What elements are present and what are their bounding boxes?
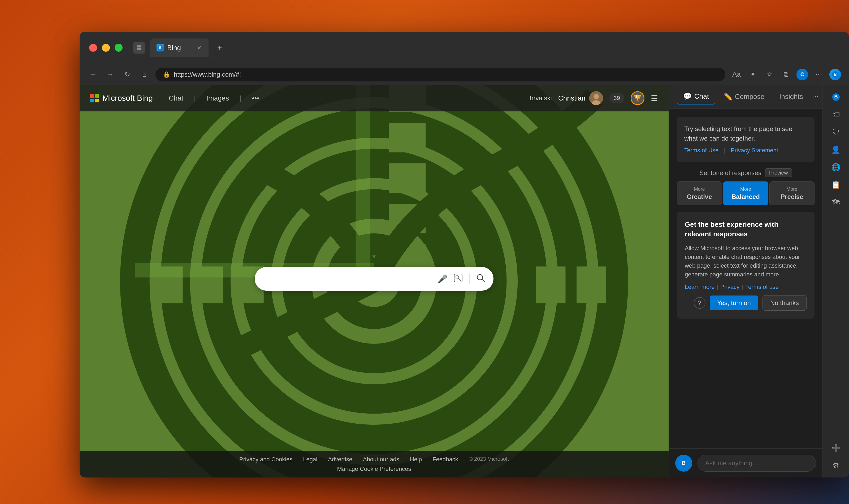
bing-nav-more[interactable]: ••• — [252, 94, 259, 102]
tab-close-button[interactable]: ✕ — [196, 44, 202, 51]
user-info: Christian — [558, 91, 603, 105]
notes-sidebar-icon[interactable]: 📋 — [829, 178, 843, 192]
minimize-button[interactable] — [102, 44, 110, 52]
footer-legal[interactable]: Legal — [303, 456, 317, 463]
user-name: Christian — [558, 94, 585, 102]
tone-balanced-sub: More — [740, 186, 751, 192]
chat-input-field[interactable]: Ask me anything... — [698, 455, 816, 472]
footer-help[interactable]: Help — [410, 456, 422, 463]
sidebar-more-options[interactable]: ⋯ — [810, 91, 821, 103]
add-sidebar-icon[interactable]: ➕ — [829, 441, 843, 455]
link-separator: | — [724, 146, 726, 155]
map-sidebar-icon[interactable]: 🗺 — [829, 195, 843, 209]
favorites-sidebar-icon[interactable]: 🏷 — [829, 108, 843, 122]
permission-description: Allow Microsoft to access your browser w… — [685, 244, 807, 279]
bing-header-right: hrvatski Christian 39 🏆 ☰ — [530, 91, 658, 105]
chat-input-placeholder: Ask me anything... — [705, 460, 757, 467]
settings-icon[interactable]: ⋯ — [813, 69, 825, 80]
reader-view-icon[interactable]: Aa — [731, 69, 742, 80]
title-bar: B Bing ✕ + — [79, 32, 849, 64]
address-field[interactable]: 🔒 https://www.bing.com/#! — [156, 68, 725, 82]
lock-icon: 🔒 — [163, 71, 170, 78]
footer-manage-cookies[interactable]: Manage Cookie Preferences — [337, 466, 411, 472]
tone-balanced-button[interactable]: More Balanced — [723, 181, 768, 205]
extensions-icon[interactable]: ✦ — [747, 69, 759, 80]
sidebar-tab-chat[interactable]: 💬 Chat — [677, 89, 715, 105]
info-message-text: Try selecting text from the page to see … — [684, 125, 792, 142]
tone-label-text: Set tone of responses — [699, 169, 761, 177]
collections-sidebar-icon[interactable]: 🌐 — [829, 160, 843, 174]
help-icon-button[interactable]: ? — [694, 297, 705, 309]
rewards-icon[interactable]: 🏆 — [631, 91, 645, 105]
back-button[interactable]: ← — [88, 69, 99, 80]
tone-creative-button[interactable]: More Creative — [677, 181, 722, 205]
browser-tab[interactable]: B Bing ✕ — [150, 38, 209, 57]
collections-icon[interactable]: ⧉ — [780, 69, 792, 80]
sidebar-content: Try selecting text from the page to see … — [669, 109, 823, 448]
user-avatar[interactable] — [589, 91, 603, 105]
tone-creative-sub: More — [694, 186, 705, 192]
right-sidebar: B 🏷 🛡 👤 🌐 📋 🗺 ➕ ⚙ — [823, 85, 849, 478]
maximize-button[interactable] — [115, 44, 123, 52]
privacy-link[interactable]: Privacy — [720, 284, 739, 290]
tone-balanced-main: Balanced — [731, 193, 760, 200]
perm-sep2: | — [742, 284, 743, 290]
microsoft-logo — [90, 94, 99, 102]
permission-links: Learn more | Privacy | Terms of use — [685, 284, 807, 290]
language-label[interactable]: hrvatski — [530, 94, 552, 102]
home-button[interactable]: ⌂ — [139, 69, 150, 80]
permission-actions: ? Yes, turn on No thanks — [685, 295, 807, 311]
tone-label: Set tone of responses Preview — [699, 168, 792, 177]
settings-sidebar-icon[interactable]: ⚙ — [829, 458, 843, 472]
profile-avatar[interactable]: C — [796, 69, 808, 80]
tone-creative-main: Creative — [687, 193, 712, 200]
yes-turn-on-button[interactable]: Yes, turn on — [710, 295, 758, 310]
svg-text:B: B — [159, 46, 162, 50]
hamburger-menu[interactable]: ☰ — [651, 94, 658, 103]
chat-input-area: B Ask me anything... — [669, 448, 823, 478]
sidebar-tab-insights[interactable]: Insights — [773, 89, 810, 105]
bing-page: Microsoft Bing Chat | Images | ••• hrvat… — [79, 85, 669, 478]
refresh-button[interactable]: ↻ — [122, 69, 133, 80]
tone-precise-main: Precise — [780, 193, 803, 200]
tone-precise-button[interactable]: More Precise — [770, 181, 814, 205]
no-thanks-button[interactable]: No thanks — [762, 295, 807, 311]
profile-sidebar-icon[interactable]: 👤 — [829, 143, 843, 157]
main-content-area: Microsoft Bing Chat | Images | ••• hrvat… — [79, 85, 849, 478]
image-search-icon[interactable] — [454, 273, 463, 284]
footer-copyright: © 2023 Microsoft — [469, 456, 509, 463]
privacy-statement-link[interactable]: Privacy Statement — [731, 146, 778, 155]
footer-privacy-cookies[interactable]: Privacy and Cookies — [239, 456, 293, 463]
bing-nav: Chat | Images | ••• — [169, 94, 259, 102]
history-sidebar-icon[interactable]: 🛡 — [829, 125, 843, 139]
search-input[interactable] — [263, 274, 437, 283]
bing-sidebar-toggle[interactable]: B — [829, 69, 841, 80]
terms-of-use-link2[interactable]: Terms of use — [745, 284, 779, 290]
bing-nav-images[interactable]: Images — [206, 94, 229, 102]
bing-nav-chat[interactable]: Chat — [169, 94, 183, 102]
sidebar-header: 💬 Chat ✏️ Compose Insights ⋯ ✕ — [669, 85, 823, 109]
forward-button[interactable]: → — [105, 69, 116, 80]
footer-advertise[interactable]: Advertise — [328, 456, 353, 463]
favorites-icon[interactable]: ☆ — [763, 69, 775, 80]
ms-logo-yellow — [95, 99, 99, 102]
url-text: https://www.bing.com/#! — [174, 71, 718, 78]
new-tab-button[interactable]: + — [214, 42, 225, 54]
microphone-icon[interactable]: 🎤 — [437, 274, 447, 284]
terms-of-use-link[interactable]: Terms of Use — [684, 146, 719, 155]
learn-more-link[interactable]: Learn more — [685, 284, 715, 290]
bing-icon[interactable]: B — [829, 90, 843, 104]
chat-tab-icon: 💬 — [683, 92, 692, 101]
footer-links: Privacy and Cookies Legal Advertise Abou… — [239, 456, 509, 463]
search-button[interactable] — [476, 273, 486, 285]
permission-title: Get the best experience with relevant re… — [685, 220, 807, 239]
footer-about-ads[interactable]: About our ads — [363, 456, 399, 463]
search-box: 🎤 — [255, 267, 493, 291]
footer-feedback[interactable]: Feedback — [432, 456, 458, 463]
bing-logo-text: Microsoft Bing — [103, 94, 153, 103]
ms-logo-green — [95, 94, 99, 97]
close-button[interactable] — [89, 44, 97, 52]
svg-rect-25 — [577, 267, 606, 304]
tab-grid-icon[interactable] — [133, 42, 145, 54]
sidebar-tab-compose[interactable]: ✏️ Compose — [717, 89, 771, 105]
